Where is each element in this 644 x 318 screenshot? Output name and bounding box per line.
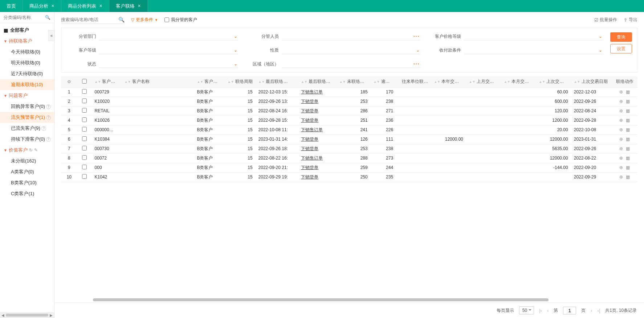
nature-select[interactable]: ⌄ — [282, 46, 421, 54]
export-action[interactable]: ⇪导出 — [624, 17, 637, 23]
col-thism[interactable]: ▲▼本月交易额 — [501, 76, 536, 87]
select-all-checkbox[interactable] — [82, 79, 87, 84]
table-hscroll[interactable] — [61, 297, 637, 302]
col-name[interactable]: ▲▼客户名称 — [122, 76, 194, 87]
chat-icon[interactable]: ⊕ — [619, 146, 623, 151]
col-over[interactable]: ▲▼逾期… — [371, 76, 396, 87]
checkbox[interactable] — [164, 17, 169, 22]
row-checkbox[interactable] — [82, 117, 87, 122]
sidebar-item-c[interactable]: C类客户(1) — [0, 188, 54, 199]
chat-icon[interactable]: ⊕ — [619, 99, 623, 104]
prev-page[interactable]: ‹ — [547, 308, 549, 313]
col-unitlink[interactable]: 往来单位联… — [396, 76, 431, 87]
row-checkbox[interactable] — [82, 146, 87, 150]
sidebar-item-all[interactable]: ▦全部客户 — [0, 25, 54, 36]
lastway-link[interactable]: 下销售订单 — [301, 127, 323, 132]
grid-icon[interactable]: ▦ — [626, 108, 630, 113]
table-row[interactable]: 9000B类客户152022-09-20 21:下销货单259244-144.0… — [61, 163, 637, 172]
grid-icon[interactable]: ▦ — [626, 165, 630, 170]
sidebar-group-pending[interactable]: ▼待联络客户 — [0, 36, 54, 47]
sidebar-item-b[interactable]: B类客户(10) — [0, 177, 54, 188]
tab-customer-contact[interactable]: 客户联络✕ — [109, 0, 148, 12]
col-lasttime[interactable]: ▲▼最后联络… — [256, 76, 298, 87]
col-checkbox[interactable] — [77, 76, 92, 87]
first-page[interactable]: |‹ — [539, 308, 542, 313]
col-code[interactable]: ▲▼客户… — [92, 76, 122, 87]
sidebar-item-overdue[interactable]: 逾期未联络(10) — [0, 79, 54, 90]
col-lastm[interactable]: ▲▼上月交易额 — [466, 76, 501, 87]
col-lastway[interactable]: ▲▼最后联络方式 — [298, 76, 337, 87]
search-icon[interactable]: 🔍 — [118, 17, 125, 23]
help-icon[interactable]: ? — [46, 104, 51, 109]
chat-icon[interactable]: ⊕ — [619, 118, 623, 123]
lastway-link[interactable]: 下销货单 — [301, 146, 318, 151]
scrollbar-thumb[interactable] — [6, 314, 48, 317]
scrollbar-thumb[interactable] — [93, 298, 549, 301]
lastway-link[interactable]: 下销售订单 — [301, 156, 323, 161]
lastway-link[interactable]: 下销货单 — [301, 137, 318, 142]
paycond-select[interactable]: ⌄ — [464, 46, 603, 54]
row-checkbox[interactable] — [82, 174, 87, 179]
batch-action[interactable]: ☑批量操作 — [594, 17, 617, 23]
help-icon[interactable]: ? — [46, 115, 51, 120]
more-conditions[interactable]: ▽更多条件▼ — [131, 17, 158, 23]
table-row[interactable]: 7000730B类客户152022-09-26 18:下销货单253238563… — [61, 144, 637, 153]
search-icon[interactable]: 🔍 — [45, 15, 50, 20]
my-customers-checkbox[interactable]: 我分管的客户 — [164, 17, 197, 23]
sidebar-item-ungrouped[interactable]: 未分组(162) — [0, 156, 54, 166]
row-checkbox[interactable] — [82, 127, 87, 132]
row-checkbox[interactable] — [82, 155, 87, 160]
level-select[interactable]: ⌄ — [99, 46, 238, 54]
col-lastdate[interactable]: ▲▼上次交易日期 — [571, 76, 612, 87]
grid-icon[interactable]: ▦ — [626, 89, 630, 94]
refresh-icon[interactable]: ↻ — [29, 148, 33, 153]
query-button[interactable]: 查询 — [610, 32, 632, 42]
col-cycle[interactable]: ▲▼联络周期 — [224, 76, 256, 87]
col-gear[interactable]: ⚙ — [61, 76, 77, 87]
col-nodays[interactable]: ▲▼未联络天数 — [337, 76, 371, 87]
person-select[interactable]: ··· — [282, 32, 421, 40]
grid-icon[interactable]: ▦ — [626, 127, 630, 132]
close-icon[interactable]: ✕ — [138, 4, 141, 8]
table-row[interactable]: 4K10026B类客户152022-09-28 15:下销货单251236120… — [61, 116, 637, 125]
sidebar-item-today[interactable]: 今天待联络(0) — [0, 47, 54, 57]
grid-icon[interactable]: ▦ — [626, 146, 630, 151]
price-select[interactable]: ⌄ — [464, 32, 603, 40]
lastway-link[interactable]: 下销货单 — [301, 165, 318, 170]
sidebar-item-tomorrow[interactable]: 明天待联络(0) — [0, 57, 54, 68]
close-icon[interactable]: ✕ — [99, 4, 102, 8]
page-input[interactable] — [563, 307, 576, 314]
lastway-link[interactable]: 下销货单 — [301, 118, 318, 123]
close-icon[interactable]: ✕ — [51, 4, 54, 8]
col-yearamt[interactable]: ▲▼本年交易额 — [431, 76, 466, 87]
help-icon[interactable]: ? — [41, 126, 46, 131]
table-row[interactable]: 2K10020B类客户152022-09-26 13:下销货单253238600… — [61, 97, 637, 106]
grid-icon[interactable]: ▦ — [626, 118, 630, 123]
sidebar-item-churnwarn[interactable]: 流失预警客户(1)? — [0, 112, 54, 123]
sidebar-item-decline[interactable]: 持续下滑客户(0)? — [0, 134, 54, 145]
next-page[interactable]: › — [591, 308, 592, 313]
chat-icon[interactable]: ⊕ — [619, 127, 623, 132]
grid-icon[interactable]: ▦ — [626, 156, 630, 161]
search-input[interactable] — [61, 17, 118, 22]
grid-icon[interactable]: ▦ — [626, 137, 630, 142]
table-row[interactable]: 3RETAILB类客户152022-08-24 16:下销货单286271120… — [61, 106, 637, 116]
settings-button[interactable]: 设置 — [610, 44, 632, 53]
lastway-link[interactable]: 下销货单 — [301, 174, 318, 180]
row-checkbox[interactable] — [82, 136, 87, 141]
sidebar-collapse[interactable]: « — [48, 30, 55, 41]
table-row[interactable]: 6K10384B类客户152023-01-31 14:下销货单126111120… — [61, 134, 637, 144]
lastway-link[interactable]: 下销售订单 — [301, 89, 323, 94]
region-select[interactable]: ··· — [282, 60, 421, 68]
grid-icon[interactable]: ▦ — [626, 99, 630, 104]
row-checkbox[interactable] — [82, 89, 87, 94]
table-row[interactable]: 1000729B类客户152022-12-03 15:下销售订单18517060… — [61, 87, 637, 97]
page-size-select[interactable]: 50 — [519, 306, 534, 314]
sidebar-hscroll[interactable]: ◀▶ — [0, 312, 54, 318]
chat-icon[interactable]: ⊕ — [619, 108, 623, 113]
help-icon[interactable]: ? — [46, 137, 51, 142]
chat-icon[interactable]: ⊕ — [619, 156, 623, 161]
table-row[interactable]: 5000000…B类客户152022-10-08 11:下销售订单2412262… — [61, 125, 637, 134]
status-select[interactable]: ⌄ — [99, 60, 238, 68]
chat-icon[interactable]: ⊕ — [619, 174, 623, 180]
